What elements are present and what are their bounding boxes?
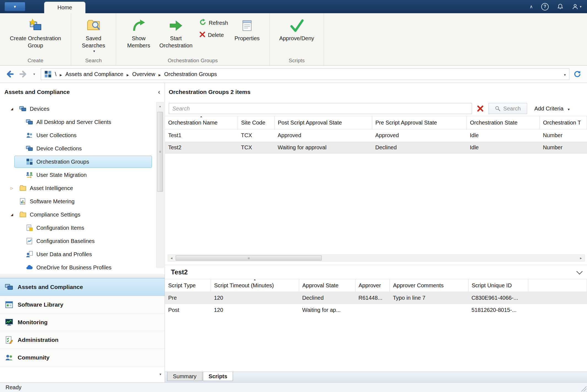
search-button[interactable]: Search — [489, 103, 527, 114]
navigation-pane-header: Assets and Compliance ‹ — [0, 83, 165, 101]
column-header-approver[interactable]: Approver — [355, 279, 390, 292]
column-header-site-code[interactable]: Site Code — [238, 116, 274, 129]
workspace-configure-icon[interactable] — [159, 372, 161, 376]
approve-deny-button[interactable]: Approve/Deny — [273, 15, 320, 43]
back-button[interactable] — [4, 68, 15, 80]
column-header-pre-script-approval-state[interactable]: Pre Script Approval State — [372, 116, 467, 129]
tree-item-device-collections[interactable]: Device Collections — [0, 142, 165, 155]
show-members-button[interactable]: Show Members — [122, 15, 155, 50]
tree-item-all-desktop-and-server-clients[interactable]: All Desktop and Server Clients — [0, 115, 165, 129]
saved-searches-button[interactable]: Saved Searches — [74, 15, 113, 54]
refresh-button[interactable]: Refresh — [199, 19, 228, 27]
breadcrumb[interactable]: \ Assets and Compliance Overview Orchest… — [41, 68, 569, 80]
expander-icon[interactable] — [9, 186, 15, 190]
navigation-pane: Assets and Compliance ‹ Devices All Desk… — [0, 83, 165, 382]
column-header-post-script-approval-state[interactable]: Post Script Approval State — [274, 116, 372, 129]
resize-grip[interactable] — [581, 386, 586, 391]
cell-orchestration-name: Test2 — [165, 142, 238, 154]
breadcrumb-root[interactable]: \ — [55, 71, 57, 77]
scroll-left-icon[interactable] — [168, 255, 175, 261]
breadcrumb-separator-icon — [60, 71, 62, 77]
navigation-bar: \ Assets and Compliance Overview Orchest… — [0, 66, 587, 83]
scrollbar-thumb[interactable]: ≡ — [176, 255, 322, 261]
breadcrumb-item-orchestration-groups[interactable]: Orchestration Groups — [164, 71, 217, 77]
recent-locations-dropdown-icon[interactable] — [31, 72, 37, 76]
column-header-orchestration-type[interactable]: Orchestration T — [540, 116, 587, 129]
column-header-orchestration-state[interactable]: Orchestration State — [467, 116, 540, 129]
workspace-nav: Assets and Compliance Software Library M… — [0, 278, 165, 366]
tree-item-compliance-settings[interactable]: Compliance Settings — [0, 208, 165, 221]
table-row[interactable]: Post 120 Waiting for ap... 51812620-8015… — [165, 304, 587, 316]
application-menu-button[interactable]: ▼ — [4, 2, 25, 11]
title-bar: ▼ Home ∧ ? ▾ — [0, 0, 587, 13]
breadcrumb-dropdown-icon[interactable] — [564, 71, 566, 77]
tree-item-orchestration-groups[interactable]: Orchestration Groups — [0, 155, 165, 168]
create-orchestration-group-button[interactable]: Create Orchestration Group — [4, 15, 68, 50]
properties-button[interactable]: Properties — [231, 15, 263, 43]
saved-searches-icon — [86, 17, 101, 35]
onedrive-cloud-icon — [26, 264, 33, 271]
horizontal-scrollbar[interactable]: ≡ — [168, 255, 585, 261]
collapse-pane-icon[interactable]: ‹ — [158, 89, 160, 95]
breadcrumb-item-overview[interactable]: Overview — [132, 71, 155, 77]
help-icon[interactable]: ? — [541, 3, 549, 10]
cell-post-script-approval-state: Approved — [274, 129, 372, 142]
expander-icon[interactable] — [9, 107, 15, 111]
workspace-community[interactable]: Community — [0, 349, 165, 366]
tree-item-user-state-migration[interactable]: User State Migration — [0, 168, 165, 182]
ribbon-group-label: Orchestration Groups — [116, 58, 269, 64]
tab-summary[interactable]: Summary — [167, 372, 202, 381]
user-collection-icon — [26, 132, 33, 139]
add-criteria-dropdown[interactable]: Add Criteria — [534, 106, 570, 112]
column-header-approver-comments[interactable]: Approver Comments — [390, 279, 468, 292]
results-pane: Orchestration Groups 2 items Search Add … — [165, 83, 587, 382]
button-label: Approve/Deny — [279, 35, 314, 42]
notifications-bell-icon[interactable] — [557, 3, 564, 10]
scroll-right-icon[interactable] — [577, 255, 585, 261]
table-row[interactable]: Pre 120 Declined R61448... Typo in line … — [165, 292, 587, 304]
collapse-ribbon-icon[interactable]: ∧ — [530, 4, 533, 10]
detail-header: Test2 — [165, 265, 587, 279]
forward-button[interactable] — [18, 68, 29, 80]
scroll-up-icon[interactable] — [157, 102, 163, 110]
ribbon-tab-home[interactable]: Home — [44, 2, 85, 13]
workspace-software-library[interactable]: Software Library — [0, 296, 165, 313]
tree-item-user-collections[interactable]: User Collections — [0, 129, 165, 142]
tree-item-configuration-baselines[interactable]: Configuration Baselines — [0, 234, 165, 248]
column-header-script-type[interactable]: Script Type — [165, 279, 211, 292]
tree-item-configuration-items[interactable]: Configuration Items — [0, 221, 165, 234]
button-label: Show Members — [124, 35, 154, 49]
navigation-tree: Devices All Desktop and Server Clients U… — [0, 101, 165, 275]
collapse-detail-icon[interactable] — [577, 268, 583, 274]
pane-splitter[interactable] — [0, 275, 165, 278]
ribbon: Create Orchestration Group Create Saved … — [0, 13, 587, 66]
column-header-script-timeout[interactable]: Script Timeout (Minutes) — [211, 279, 299, 292]
column-header-approval-state[interactable]: Approval State — [299, 279, 355, 292]
scrollbar-thumb[interactable]: ≡ — [157, 112, 163, 192]
table-row[interactable]: Test1 TCX Approved Approved Idle Number — [165, 129, 587, 142]
user-account-button[interactable]: ▾ — [572, 3, 581, 10]
workspace-assets-and-compliance[interactable]: Assets and Compliance — [0, 278, 165, 296]
breadcrumb-item-assets-and-compliance[interactable]: Assets and Compliance — [65, 71, 123, 77]
tree-item-user-data-and-profiles[interactable]: User Data and Profiles — [0, 248, 165, 261]
tree-scrollbar[interactable]: ≡ — [156, 102, 164, 267]
delete-button[interactable]: Delete — [199, 31, 228, 39]
tree-item-asset-intelligence[interactable]: Asset Intelligence — [0, 182, 165, 195]
column-header-orchestration-name[interactable]: Orchestration Name — [165, 116, 238, 129]
tree-item-onedrive-for-business-profiles[interactable]: OneDrive for Business Profiles — [0, 261, 165, 274]
tree-item-software-metering[interactable]: Software Metering — [0, 195, 165, 208]
clear-search-icon[interactable] — [475, 104, 485, 113]
cell-script-timeout: 120 — [211, 292, 299, 304]
workspace-administration[interactable]: Administration — [0, 331, 165, 349]
refresh-node-icon[interactable] — [572, 68, 583, 80]
expander-icon[interactable] — [9, 213, 15, 217]
workspace-monitoring[interactable]: Monitoring — [0, 313, 165, 331]
search-input[interactable] — [169, 103, 472, 114]
cell-post-script-approval-state: Waiting for approval — [274, 142, 372, 154]
column-header-script-unique-id[interactable]: Script Unique ID — [468, 279, 528, 292]
tree-item-devices[interactable]: Devices — [0, 102, 165, 115]
tab-scripts[interactable]: Scripts — [203, 372, 233, 381]
monitoring-icon — [5, 318, 13, 326]
start-orchestration-button[interactable]: Start Orchestration — [155, 15, 197, 50]
table-row[interactable]: Test2 TCX Waiting for approval Declined … — [165, 142, 587, 154]
